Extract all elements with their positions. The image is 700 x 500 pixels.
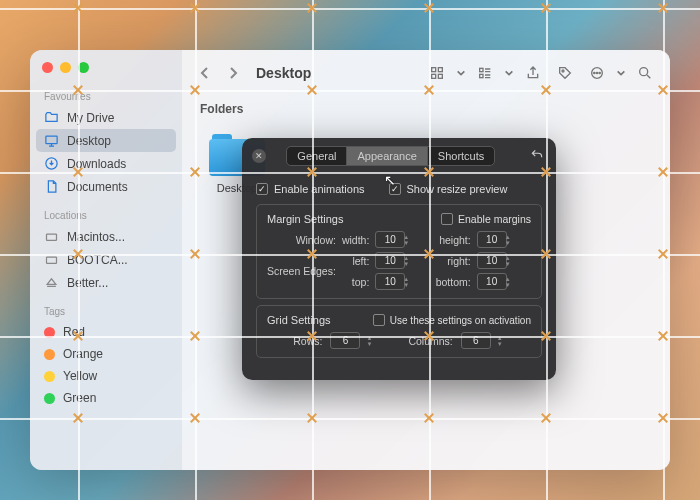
svg-rect-4 bbox=[432, 68, 436, 72]
view-icons-button[interactable] bbox=[424, 61, 450, 85]
undo-icon[interactable] bbox=[530, 148, 546, 164]
sidebar-item-label: Better... bbox=[67, 276, 108, 290]
sidebar-tag-orange[interactable]: Orange bbox=[30, 343, 182, 365]
chevron-down-icon[interactable] bbox=[504, 61, 514, 85]
sidebar-tag-red[interactable]: Red bbox=[30, 321, 182, 343]
rows-input[interactable]: 6 bbox=[330, 332, 360, 349]
sidebar: Favourites My Drive Desktop Downloads Do… bbox=[30, 50, 182, 470]
svg-point-14 bbox=[599, 72, 600, 73]
enable-animations-checkbox[interactable] bbox=[256, 183, 268, 195]
svg-rect-0 bbox=[46, 136, 57, 144]
columns-input[interactable]: 6 bbox=[461, 332, 491, 349]
label: top: bbox=[342, 276, 369, 288]
margin-settings-section: Margin Settings Enable margins Window: w… bbox=[256, 204, 542, 299]
section-title: Margin Settings bbox=[267, 213, 343, 225]
right-input[interactable]: 10 bbox=[477, 252, 507, 269]
sidebar-item-label: BOOTCA... bbox=[67, 253, 128, 267]
preferences-panel: ✕ General Appearance Shortcuts Enable an… bbox=[242, 138, 556, 380]
close-icon[interactable]: ✕ bbox=[252, 149, 266, 163]
label: right: bbox=[436, 255, 471, 267]
tag-button[interactable] bbox=[552, 61, 578, 85]
sidebar-section-tags: Tags bbox=[30, 302, 182, 321]
desktop-icon bbox=[44, 133, 59, 148]
svg-rect-7 bbox=[438, 74, 442, 78]
checkbox-label: Use these settings on activation bbox=[390, 315, 531, 326]
width-input[interactable]: 10 bbox=[375, 231, 405, 248]
left-input[interactable]: 10 bbox=[375, 252, 405, 269]
stepper-icon[interactable]: ▲▼ bbox=[366, 332, 374, 349]
tag-dot-icon bbox=[44, 349, 55, 360]
search-button[interactable] bbox=[632, 61, 658, 85]
sidebar-item-my-drive[interactable]: My Drive bbox=[30, 106, 182, 129]
sidebar-tag-yellow[interactable]: Yellow bbox=[30, 365, 182, 387]
section-title: Grid Settings bbox=[267, 314, 331, 326]
enable-margins-checkbox[interactable] bbox=[441, 213, 453, 225]
tag-dot-icon bbox=[44, 371, 55, 382]
sidebar-item-label: Macintos... bbox=[67, 230, 125, 244]
downloads-icon bbox=[44, 156, 59, 171]
sidebar-item-macintosh[interactable]: Macintos... bbox=[30, 225, 182, 248]
label: width: bbox=[342, 234, 369, 246]
svg-point-12 bbox=[596, 72, 597, 73]
svg-rect-3 bbox=[47, 257, 57, 263]
prefs-header: ✕ General Appearance Shortcuts bbox=[242, 138, 556, 174]
grid-activation-checkbox[interactable] bbox=[373, 314, 385, 326]
label: height: bbox=[436, 234, 471, 246]
cursor-icon: ↖ bbox=[384, 172, 396, 188]
prefs-body: Enable animations Show resize preview Ma… bbox=[242, 174, 556, 370]
tab-general[interactable]: General bbox=[287, 147, 347, 165]
sidebar-item-better[interactable]: Better... bbox=[30, 271, 182, 294]
stepper-icon[interactable]: ▲▼ bbox=[403, 273, 411, 290]
svg-rect-2 bbox=[47, 234, 57, 240]
sidebar-item-label: Downloads bbox=[67, 157, 126, 171]
label: Window: bbox=[267, 234, 336, 246]
back-button[interactable] bbox=[194, 60, 216, 86]
height-input[interactable]: 10 bbox=[477, 231, 507, 248]
tab-bar: General Appearance Shortcuts bbox=[286, 146, 495, 166]
stepper-icon[interactable]: ▲▼ bbox=[505, 252, 513, 269]
sidebar-item-desktop[interactable]: Desktop bbox=[36, 129, 176, 152]
sidebar-item-documents[interactable]: Documents bbox=[30, 175, 182, 198]
group-button[interactable] bbox=[472, 61, 498, 85]
label: bottom: bbox=[436, 276, 471, 288]
svg-rect-9 bbox=[480, 74, 483, 77]
svg-point-13 bbox=[594, 72, 595, 73]
drive-icon bbox=[44, 229, 59, 244]
zoom-window-button[interactable] bbox=[78, 62, 89, 73]
stepper-icon[interactable]: ▲▼ bbox=[403, 252, 411, 269]
sidebar-item-downloads[interactable]: Downloads bbox=[30, 152, 182, 175]
svg-rect-8 bbox=[480, 68, 483, 71]
tab-appearance[interactable]: Appearance bbox=[347, 147, 427, 165]
sidebar-item-label: Red bbox=[63, 325, 85, 339]
chevron-down-icon[interactable] bbox=[616, 61, 626, 85]
sidebar-item-label: Orange bbox=[63, 347, 103, 361]
sidebar-section-favourites: Favourites bbox=[30, 87, 182, 106]
sidebar-item-bootcamp[interactable]: BOOTCA... bbox=[30, 248, 182, 271]
svg-point-10 bbox=[562, 70, 564, 72]
sidebar-item-label: Documents bbox=[67, 180, 128, 194]
stepper-icon[interactable]: ▲▼ bbox=[403, 231, 411, 248]
top-input[interactable]: 10 bbox=[375, 273, 405, 290]
chevron-down-icon[interactable] bbox=[456, 61, 466, 85]
forward-button[interactable] bbox=[222, 60, 244, 86]
share-button[interactable] bbox=[520, 61, 546, 85]
stepper-icon[interactable]: ▲▼ bbox=[505, 273, 513, 290]
sidebar-section-locations: Locations bbox=[30, 206, 182, 225]
svg-rect-6 bbox=[432, 74, 436, 78]
minimize-window-button[interactable] bbox=[60, 62, 71, 73]
sidebar-tag-green[interactable]: Green bbox=[30, 387, 182, 409]
action-button[interactable] bbox=[584, 61, 610, 85]
sidebar-item-label: Yellow bbox=[63, 369, 97, 383]
label: Screen Edges: bbox=[267, 265, 336, 277]
stepper-icon[interactable]: ▲▼ bbox=[505, 231, 513, 248]
bottom-input[interactable]: 10 bbox=[477, 273, 507, 290]
stepper-icon[interactable]: ▲▼ bbox=[497, 332, 505, 349]
checkbox-label: Show resize preview bbox=[407, 183, 508, 195]
window-title: Desktop bbox=[256, 65, 311, 81]
tab-shortcuts[interactable]: Shortcuts bbox=[428, 147, 494, 165]
sidebar-item-label: My Drive bbox=[67, 111, 114, 125]
documents-icon bbox=[44, 179, 59, 194]
sidebar-item-label: Green bbox=[63, 391, 96, 405]
svg-point-15 bbox=[640, 68, 648, 76]
close-window-button[interactable] bbox=[42, 62, 53, 73]
